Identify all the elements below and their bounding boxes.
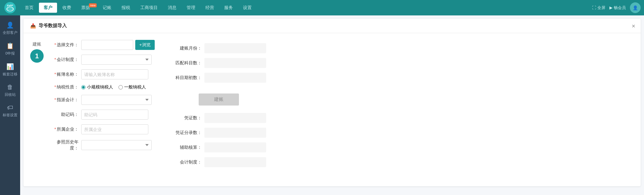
voucher-count-input xyxy=(204,113,266,123)
general-taxpayer-label: 一般纳税人 xyxy=(124,84,146,90)
close-button[interactable]: × xyxy=(632,23,635,30)
accounting-system-label: *会计制度： xyxy=(52,57,79,63)
file-input[interactable] xyxy=(81,40,133,50)
match-subjects-input xyxy=(204,58,266,68)
logo-icon: EaRP xyxy=(4,2,16,14)
all-customers-icon: 👤 xyxy=(6,21,14,29)
nav-fees[interactable]: 收费 xyxy=(58,3,76,13)
step-indicator: 建账 1 xyxy=(30,41,44,63)
fullscreen-button[interactable]: ⛶ 全屏 xyxy=(592,5,605,11)
accounting-system-row: *会计制度： xyxy=(52,55,155,65)
company-row: *所属企业： xyxy=(52,124,155,134)
nav-invoice[interactable]: 票据 new xyxy=(77,3,97,13)
ref-history-wrapper xyxy=(81,140,152,150)
memo-code-row: 助记码： xyxy=(52,110,155,120)
ledger-name-row: *账簿名称： xyxy=(52,69,155,79)
voucher-entries-row: 凭证分录数： xyxy=(171,128,266,138)
top-nav-right: ⛶ 全屏 ▶ 畅会员 👤 xyxy=(592,2,641,13)
nav-finance[interactable]: 经营 xyxy=(201,3,219,13)
build-month-label: 建账月份： xyxy=(171,45,202,51)
voucher-entries-label: 凭证分录数： xyxy=(171,130,202,136)
account-migrate-icon: 📊 xyxy=(6,63,14,70)
browse-button[interactable]: +浏览 xyxy=(135,40,155,50)
select-file-label: *选择文件： xyxy=(52,42,79,48)
nav-tax[interactable]: 报税 xyxy=(117,3,135,13)
accounting-system-wrapper xyxy=(81,55,152,65)
initial-data-row: 科目期初数： xyxy=(171,73,266,83)
ref-history-label: 参照历史年度： xyxy=(52,139,79,151)
top-navigation: EaRP 首页 客户 收费 票据 new 记账 报税 工商项目 消息 管理 经营… xyxy=(0,0,644,15)
initial-data-label: 科目期初数： xyxy=(171,75,202,81)
nav-bizprojects[interactable]: 工商项目 xyxy=(136,3,162,13)
accounting-system-select[interactable] xyxy=(81,55,152,65)
memo-code-label: 助记码： xyxy=(52,112,79,118)
file-row: +浏览 xyxy=(81,40,155,50)
nav-items: 首页 客户 收费 票据 new 记账 报税 工商项目 消息 管理 经营 服务 设… xyxy=(20,3,592,13)
ref-history-select[interactable] xyxy=(81,140,152,150)
member-button[interactable]: ▶ 畅会员 xyxy=(609,5,626,11)
tag-icon: 🏷 xyxy=(7,104,13,111)
ref-history-row: 参照历史年度： xyxy=(52,139,155,151)
member-icon: ▶ xyxy=(609,5,612,10)
nav-messages[interactable]: 消息 xyxy=(163,3,181,13)
general-taxpayer-option[interactable]: 一般纳税人 xyxy=(118,84,146,90)
form-container: 建账 1 *选择文件： +浏览 xyxy=(23,33,641,174)
new-badge: new xyxy=(89,3,97,7)
svg-point-0 xyxy=(4,2,16,13)
panel-header: 📥 导爷数据导入 × xyxy=(23,19,641,33)
accounting-system-right-input xyxy=(204,157,266,167)
avatar-icon: 👤 xyxy=(633,5,638,10)
sidebar-item-declaration[interactable]: 📋 0申报 xyxy=(1,40,19,59)
nav-home[interactable]: 首页 xyxy=(20,3,38,13)
nav-services[interactable]: 服务 xyxy=(219,3,238,13)
small-taxpayer-option[interactable]: 小规模纳税人 xyxy=(81,84,113,90)
app-logo: EaRP xyxy=(3,1,17,14)
build-button-wrapper: 建账 xyxy=(171,90,266,106)
build-month-input xyxy=(204,43,266,53)
sidebar-item-all-customers[interactable]: 👤 全部客户 xyxy=(1,19,19,38)
step-label: 建账 xyxy=(33,41,41,47)
voucher-count-row: 凭证数： xyxy=(171,113,266,123)
tax-type-label: *纳税性质： xyxy=(52,84,79,90)
general-taxpayer-radio[interactable] xyxy=(118,85,123,89)
sidebar: 👤 全部客户 📋 0申报 📊 账套迁移 🗑 回收站 🏷 标签设置 xyxy=(0,15,20,195)
sidebar-item-recycle[interactable]: 🗑 回收站 xyxy=(1,81,19,100)
sidebar-item-account-migrate[interactable]: 📊 账套迁移 xyxy=(1,60,19,79)
content-area: 📥 导爷数据导入 × 建账 1 xyxy=(20,15,644,195)
assign-accountant-wrapper xyxy=(81,95,152,105)
panel-title-icon: 📥 xyxy=(30,23,36,28)
nav-bookkeeping[interactable]: 记账 xyxy=(98,3,116,13)
build-button[interactable]: 建账 xyxy=(199,93,239,106)
svg-text:EaRP: EaRP xyxy=(7,4,13,7)
user-avatar[interactable]: 👤 xyxy=(630,2,641,13)
nav-management[interactable]: 管理 xyxy=(182,3,200,13)
assign-accountant-select[interactable] xyxy=(81,95,152,105)
accounting-system-right-label: 会计制度： xyxy=(171,159,202,165)
aux-accounting-input xyxy=(204,142,266,152)
aux-accounting-label: 辅助核算： xyxy=(171,144,202,150)
declaration-icon: 📋 xyxy=(6,42,14,50)
small-taxpayer-radio[interactable] xyxy=(81,85,86,89)
match-subjects-row: 匹配科目数： xyxy=(171,58,266,68)
main-layout: 👤 全部客户 📋 0申报 📊 账套迁移 🗑 回收站 🏷 标签设置 📥 导爷数据导… xyxy=(0,15,644,195)
sidebar-item-tag-settings[interactable]: 🏷 标签设置 xyxy=(1,102,19,120)
sidebar-item-label: 标签设置 xyxy=(3,113,17,118)
import-panel: 📥 导爷数据导入 × 建账 1 xyxy=(23,19,641,186)
tax-type-row: *纳税性质： 小规模纳税人 一般纳税人 xyxy=(52,84,155,90)
accounting-system-right-row: 会计制度： xyxy=(171,157,266,167)
left-column: 建账 1 *选择文件： +浏览 xyxy=(30,40,155,167)
recycle-icon: 🗑 xyxy=(7,84,13,91)
nav-settings[interactable]: 设置 xyxy=(238,3,256,13)
memo-code-input[interactable] xyxy=(81,110,148,120)
initial-data-input xyxy=(204,73,266,83)
company-input[interactable] xyxy=(81,124,148,134)
small-taxpayer-label: 小规模纳税人 xyxy=(87,84,113,90)
assign-accountant-label: *指派会计： xyxy=(52,97,79,103)
voucher-count-label: 凭证数： xyxy=(171,115,202,121)
nav-customer[interactable]: 客户 xyxy=(39,3,57,13)
right-column: 建账月份： 匹配科目数： 科目期初数： xyxy=(171,40,266,167)
right-form-fields: 建账月份： 匹配科目数： 科目期初数： xyxy=(171,43,266,167)
ledger-name-input[interactable] xyxy=(81,69,148,79)
sidebar-item-label: 回收站 xyxy=(5,92,16,97)
assign-accountant-row: *指派会计： xyxy=(52,95,155,105)
